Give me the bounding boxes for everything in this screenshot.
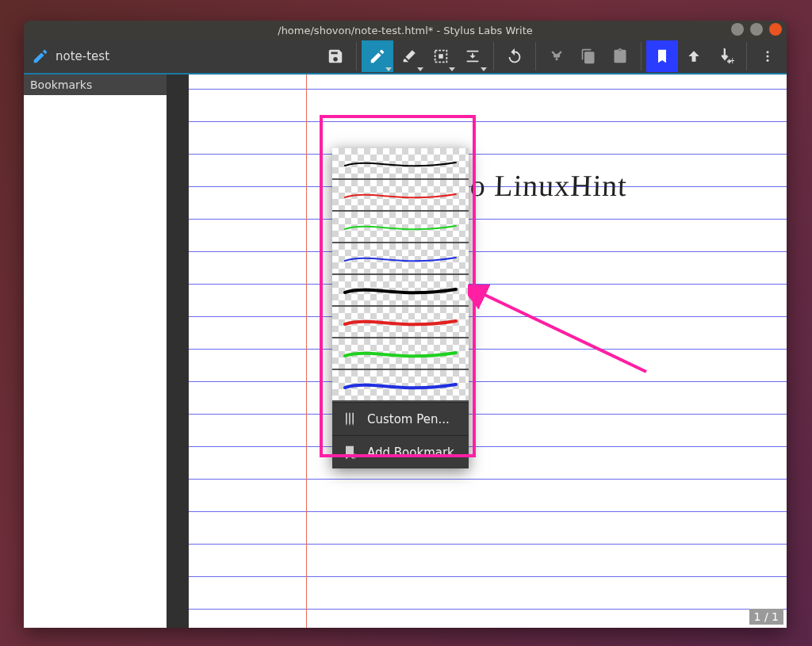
bookmark-button[interactable] <box>646 40 678 72</box>
page-counter: 1 / 1 <box>749 609 783 625</box>
sidebar: Bookmarks <box>24 75 167 628</box>
window-title: /home/shovon/note-test.html* - Stylus La… <box>24 25 787 36</box>
pen-option-red-thick[interactable] <box>332 307 469 338</box>
svg-text:+: + <box>352 452 358 461</box>
cut-button[interactable] <box>541 40 573 72</box>
minimize-button[interactable] <box>731 23 744 36</box>
eraser-icon <box>400 48 418 65</box>
pen-option-green-thick[interactable] <box>332 338 469 370</box>
handwriting-text: o LinuxHint <box>469 168 627 203</box>
rule-lines <box>189 75 787 628</box>
document-tab[interactable]: note-test <box>27 40 117 72</box>
insert-space-icon <box>464 48 481 65</box>
pen-dropdown-menu: Custom Pen... + Add Bookmark <box>332 148 469 468</box>
pen-option-green-thin[interactable] <box>332 212 469 243</box>
cut-icon <box>549 48 565 64</box>
close-button[interactable] <box>769 23 782 36</box>
overflow-menu-button[interactable] <box>752 40 783 72</box>
app-window: /home/shovon/note-test.html* - Stylus La… <box>24 21 787 628</box>
pens-icon <box>342 411 358 427</box>
add-bookmark-menu-item[interactable]: + Add Bookmark <box>332 435 469 468</box>
pen-icon <box>369 48 386 65</box>
svg-point-4 <box>767 55 769 58</box>
clipboard-icon <box>612 48 628 64</box>
bookmark-icon <box>654 48 670 64</box>
pen-option-blue-thick[interactable] <box>332 370 469 402</box>
copy-icon <box>580 48 596 64</box>
canvas[interactable]: o LinuxHint 1 / 1 <box>189 75 787 628</box>
tab-label: note-test <box>56 49 109 63</box>
eraser-tool-button[interactable] <box>393 40 425 72</box>
pen-option-black-thick[interactable] <box>332 275 469 307</box>
pencil-icon <box>32 48 49 65</box>
pen-option-blue-thin[interactable] <box>332 243 469 275</box>
bookmark-add-icon: + <box>342 445 358 461</box>
prev-page-button[interactable] <box>678 40 710 72</box>
pen-tool-button[interactable] <box>362 40 393 72</box>
save-icon <box>327 48 344 65</box>
arrow-up-icon <box>686 48 702 64</box>
titlebar: /home/shovon/note-test.html* - Stylus La… <box>24 21 787 40</box>
page[interactable]: o LinuxHint 1 / 1 <box>189 75 787 628</box>
window-controls <box>731 23 782 36</box>
svg-rect-1 <box>439 54 443 59</box>
dots-icon <box>760 49 775 63</box>
add-bookmark-label: Add Bookmark <box>367 445 454 460</box>
pen-option-red-thin[interactable] <box>332 180 469 212</box>
sidebar-title: Bookmarks <box>24 75 167 95</box>
pen-option-black-thin[interactable] <box>332 148 469 180</box>
bookmarks-list[interactable] <box>24 95 167 628</box>
insert-space-button[interactable] <box>457 40 488 72</box>
undo-button[interactable] <box>499 40 530 72</box>
save-button[interactable] <box>320 40 351 72</box>
body-area: Bookmarks o LinuxHint 1 / 1 <box>24 75 787 628</box>
svg-text:+: + <box>730 56 734 65</box>
custom-pen-label: Custom Pen... <box>367 412 450 426</box>
copy-button[interactable] <box>573 40 604 72</box>
maximize-button[interactable] <box>750 23 763 36</box>
svg-point-5 <box>767 59 769 62</box>
undo-icon <box>506 48 523 65</box>
margin-line <box>306 75 307 628</box>
next-page-button[interactable]: + <box>710 40 741 72</box>
arrow-down-plus-icon: + <box>717 48 734 65</box>
paste-button[interactable] <box>604 40 636 72</box>
svg-point-3 <box>767 51 769 53</box>
select-icon <box>432 48 450 65</box>
toolbar: note-test <box>24 40 787 75</box>
select-tool-button[interactable] <box>425 40 457 72</box>
custom-pen-menu-item[interactable]: Custom Pen... <box>332 402 469 435</box>
